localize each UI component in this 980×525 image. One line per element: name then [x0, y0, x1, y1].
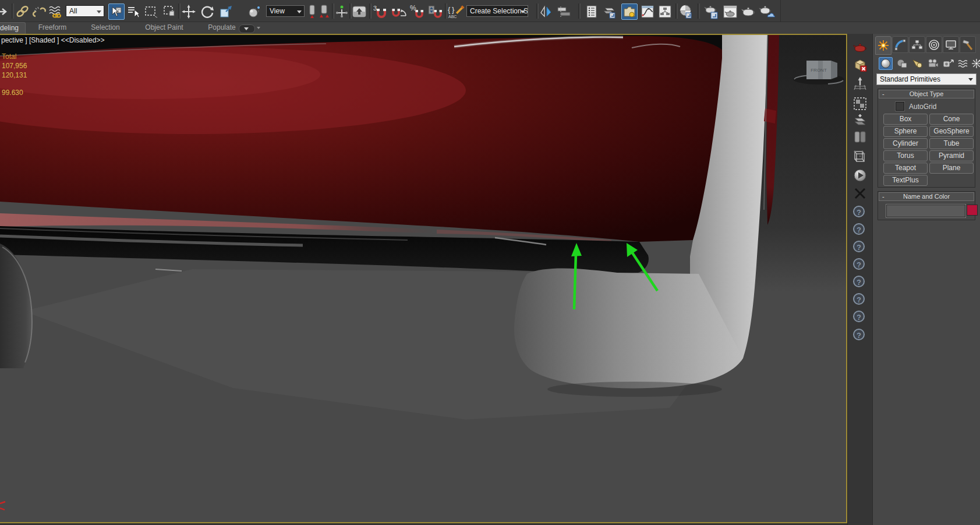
tab-motion[interactable] [926, 36, 942, 53]
close-x-icon[interactable] [853, 186, 867, 200]
systems-icon [971, 58, 980, 69]
ribbon-minimize-button[interactable] [239, 24, 255, 33]
play-icon[interactable] [853, 168, 867, 182]
unknown-script-icon[interactable]: ? [853, 329, 865, 340]
category-systems[interactable] [970, 57, 980, 70]
box-delete-icon[interactable] [853, 58, 867, 72]
motion-rings-icon [928, 39, 940, 51]
unknown-script-icon[interactable]: ? [853, 311, 865, 322]
split-panels-icon[interactable] [853, 130, 867, 144]
curve-editor-icon[interactable] [640, 4, 655, 19]
category-space-warps[interactable] [956, 57, 970, 70]
category-helpers[interactable] [941, 57, 955, 70]
use-selection-center-icon[interactable] [318, 4, 331, 19]
rectangular-selection-region-icon[interactable] [143, 4, 158, 19]
ribbon-minimize-arrow-icon[interactable] [257, 27, 260, 29]
category-lights[interactable] [910, 57, 924, 70]
helpers-icon [942, 58, 954, 69]
separator [178, 3, 181, 19]
tab-hierarchy[interactable] [909, 36, 925, 53]
select-object-button[interactable] [108, 3, 125, 20]
viewcube-side-face[interactable] [831, 61, 837, 79]
angle-snap-toggle-icon[interactable] [391, 4, 407, 19]
select-by-name-icon[interactable] [126, 4, 141, 19]
render-production-icon[interactable] [741, 4, 756, 19]
cone-button[interactable]: Cone [929, 114, 974, 125]
object-color-swatch[interactable] [967, 205, 978, 216]
tab-selection[interactable]: Selection [86, 22, 125, 34]
tab-object-paint[interactable]: Object Paint [140, 22, 188, 34]
render-setup-icon[interactable] [704, 4, 719, 19]
pyramid-button[interactable]: Pyramid [929, 150, 974, 161]
schematic-view-icon[interactable] [657, 4, 673, 19]
named-selection-set-combo[interactable]: Create Selection Se [466, 5, 528, 17]
toggle-ribbon-button[interactable] [621, 3, 638, 20]
unknown-script-icon[interactable]: ? [853, 258, 865, 270]
render-in-cloud-icon[interactable] [758, 4, 775, 19]
tab-populate[interactable]: Populate [204, 22, 240, 34]
unknown-script-icon[interactable]: ? [853, 206, 865, 217]
category-shapes[interactable] [895, 57, 909, 70]
snaps-toggle-3d-icon[interactable]: 3 [372, 4, 388, 19]
toggle-scene-explorer-icon[interactable] [584, 4, 599, 19]
tab-utilities[interactable] [960, 36, 976, 53]
mirror-icon[interactable] [539, 4, 554, 19]
3dsmax-window: All View [0, 0, 980, 525]
tab-create[interactable] [875, 36, 891, 55]
textplus-button[interactable]: TextPlus [883, 175, 928, 186]
cylinder-button[interactable]: Cylinder [883, 138, 928, 149]
tab-freeform[interactable]: Freeform [34, 22, 71, 34]
unknown-script-icon[interactable]: ? [853, 276, 865, 287]
chevron-down-icon [244, 27, 249, 30]
reference-coordinate-system-dropdown[interactable]: View [266, 5, 305, 17]
edit-named-selection-sets-icon[interactable]: {}ABC [447, 4, 465, 19]
keyboard-shortcut-override-icon[interactable] [352, 4, 367, 19]
rendered-frame-window-icon[interactable] [723, 4, 738, 19]
select-and-scale-icon[interactable] [218, 4, 233, 19]
box-button[interactable]: Box [883, 114, 928, 125]
autogrid-checkbox[interactable] [896, 102, 904, 111]
primitive-category-dropdown[interactable]: Standard Primitives [876, 73, 977, 85]
spinner-snap-toggle-icon[interactable] [427, 4, 444, 19]
geosphere-button[interactable]: GeoSphere [929, 126, 974, 137]
checker-selection-icon[interactable] [853, 97, 867, 111]
percent-snap-toggle-icon[interactable]: % [409, 4, 426, 19]
bind-to-space-warp-icon[interactable] [48, 4, 63, 19]
use-pivot-point-center-icon[interactable] [307, 4, 317, 19]
tab-modeling[interactable]: deling [0, 22, 26, 34]
tab-display[interactable] [943, 36, 959, 53]
teapot-red-icon[interactable] [853, 41, 867, 55]
unlink-selection-icon[interactable] [31, 4, 47, 19]
plane-button[interactable]: Plane [929, 163, 974, 174]
select-and-place-icon[interactable] [247, 4, 262, 19]
separator [12, 3, 14, 19]
select-and-move-icon[interactable] [181, 4, 196, 19]
category-geometry[interactable] [879, 57, 893, 70]
object-type-rollout-header[interactable]: - Object Type [879, 90, 974, 98]
viewport-label[interactable]: pective ] [Shaded ] <<Disabled>> [1, 36, 104, 44]
unknown-script-icon[interactable]: ? [853, 223, 865, 235]
tube-button[interactable]: Tube [929, 138, 974, 149]
tab-modify[interactable] [892, 36, 908, 53]
sphere-button[interactable]: Sphere [883, 126, 928, 137]
selection-filter-dropdown[interactable]: All [66, 5, 104, 17]
name-color-rollout-header[interactable]: - Name and Color [879, 192, 974, 201]
select-and-manipulate-icon[interactable] [334, 4, 349, 19]
select-and-rotate-icon[interactable] [200, 4, 215, 19]
toggle-layer-explorer-icon[interactable] [602, 4, 617, 19]
window-crossing-toggle-icon[interactable] [162, 4, 177, 19]
unknown-script-icon[interactable]: ? [853, 293, 865, 305]
teapot-button[interactable]: Teapot [883, 163, 928, 174]
material-editor-icon[interactable] [678, 4, 694, 19]
align-icon[interactable] [556, 4, 571, 19]
category-cameras[interactable] [926, 57, 940, 70]
layer-move-icon[interactable] [853, 114, 867, 128]
unknown-script-icon[interactable]: ? [853, 241, 865, 252]
wireframe-cube-icon[interactable] [853, 150, 867, 164]
pivot-to-grid-icon[interactable] [853, 77, 867, 91]
redo-icon[interactable] [0, 4, 10, 19]
torus-button[interactable]: Torus [883, 150, 928, 161]
object-name-input[interactable] [886, 205, 965, 217]
perspective-viewport[interactable]: FRONT pective ] [Shaded ] <<Disabled>> T… [0, 34, 847, 523]
select-and-link-icon[interactable] [15, 4, 30, 19]
